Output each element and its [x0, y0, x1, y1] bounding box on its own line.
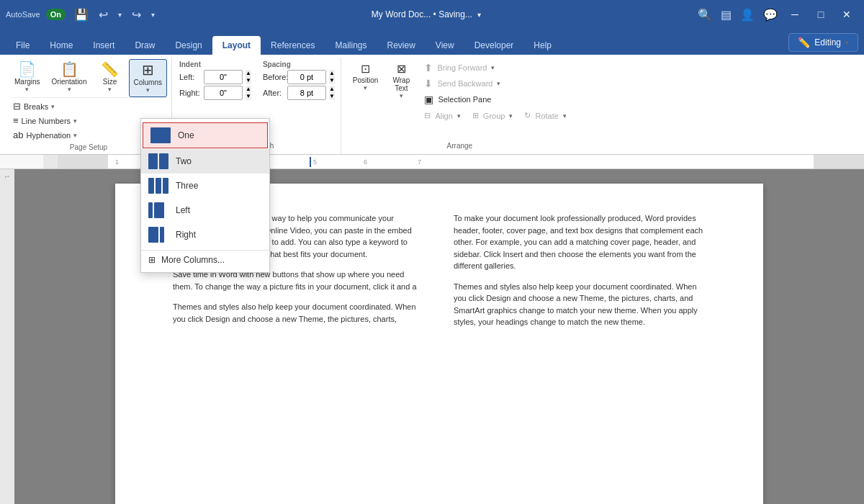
indent-right-input[interactable]: [204, 86, 243, 100]
orientation-label: Orientation: [52, 78, 87, 86]
autosave-label: AutoSave: [6, 10, 40, 19]
spacing-before-input[interactable]: [287, 70, 326, 84]
selection-pane-button[interactable]: ▣ Selection Pane: [420, 92, 570, 107]
spacing-after-up[interactable]: ▲: [329, 86, 335, 93]
tab-file[interactable]: File: [6, 36, 40, 55]
spacing-before-down[interactable]: ▼: [329, 77, 335, 84]
tab-design[interactable]: Design: [165, 36, 212, 55]
bring-forward-label: Bring Forward: [437, 63, 487, 72]
redo-icon[interactable]: ↪: [129, 6, 144, 23]
search-icon[interactable]: 🔍: [695, 6, 715, 23]
spacing-after-input[interactable]: [287, 86, 326, 100]
wrap-text-button[interactable]: ⊠ Wrap Text ▾: [385, 60, 417, 140]
undo-icon[interactable]: ↩: [96, 6, 111, 23]
columns-one-item[interactable]: One: [143, 122, 268, 148]
tab-draw[interactable]: Draw: [125, 36, 165, 55]
indent-left-spinner[interactable]: ▲ ▼: [246, 70, 251, 84]
indent-left-down[interactable]: ▼: [246, 77, 251, 84]
quick-access-icon[interactable]: ▾: [148, 9, 158, 20]
paragraph-4: Themes and styles also help keep your do…: [173, 301, 425, 325]
line-numbers-icon: ≡: [13, 115, 19, 126]
rotate-icon: ↻: [524, 111, 531, 120]
editing-label: Editing: [814, 37, 841, 48]
group-chevron-icon: ▾: [509, 112, 513, 120]
spacing-before-spinner[interactable]: ▲ ▼: [329, 70, 335, 84]
orientation-button[interactable]: 📋 Orientation ▾: [48, 59, 91, 96]
title-bar-left: AutoSave On 💾 ↩ ▾ ↪ ▾: [6, 6, 158, 23]
ribbon-tabs: File Home Insert Draw Design Layout Refe…: [0, 29, 864, 55]
tab-help[interactable]: Help: [523, 36, 562, 55]
undo-chevron-icon[interactable]: ▾: [115, 9, 125, 20]
share-icon[interactable]: 👤: [737, 6, 757, 23]
spacing-label: Spacing: [263, 60, 335, 68]
group-label: Group: [483, 112, 505, 120]
selection-pane-icon: ▣: [424, 94, 433, 105]
margins-chevron-icon: ▾: [25, 86, 29, 93]
size-chevron-icon: ▾: [108, 86, 112, 93]
columns-two-item[interactable]: Two: [141, 149, 269, 174]
margins-button[interactable]: 📄 Margins ▾: [10, 59, 45, 96]
position-chevron-icon: ▾: [364, 84, 367, 91]
send-backward-icon: ⬇: [424, 78, 433, 89]
more-columns-label: More Columns...: [161, 255, 225, 265]
line-numbers-chevron-icon: ▾: [73, 117, 77, 125]
breaks-button[interactable]: ⊟ Breaks ▾: [10, 99, 167, 113]
tab-view[interactable]: View: [426, 36, 464, 55]
minimize-button[interactable]: ─: [783, 4, 806, 24]
tab-review[interactable]: Review: [377, 36, 425, 55]
spacing-after-down[interactable]: ▼: [329, 93, 335, 100]
size-button[interactable]: 📏 Size ▾: [94, 59, 126, 96]
columns-two-label: Two: [176, 156, 192, 166]
ruler: 1 2 3 4 5 6 7: [0, 155, 864, 169]
align-button[interactable]: ⊟ Align ▾: [420, 109, 464, 122]
indent-right-up[interactable]: ▲: [246, 86, 251, 93]
spacing-before-up[interactable]: ▲: [329, 70, 335, 77]
position-button[interactable]: ⊡ Position ▾: [348, 60, 383, 140]
autosave-toggle[interactable]: On: [46, 9, 66, 20]
breaks-icon: ⊟: [13, 101, 21, 112]
bring-forward-icon: ⬆: [424, 62, 433, 73]
rotate-chevron-icon: ▾: [563, 112, 567, 120]
hyphenation-label: Hyphenation: [26, 131, 71, 140]
comments-icon[interactable]: 💬: [760, 6, 780, 23]
maximize-button[interactable]: □: [809, 4, 832, 24]
columns-dropdown: One Two Three Left: [140, 118, 270, 273]
tab-insert[interactable]: Insert: [83, 36, 125, 55]
columns-three-item[interactable]: Three: [141, 174, 269, 198]
spacing-after-spinner[interactable]: ▲ ▼: [329, 86, 335, 100]
send-backward-button[interactable]: ⬇ Send Backward ▾: [420, 76, 570, 91]
bring-forward-button[interactable]: ⬆ Bring Forward ▾: [420, 60, 570, 75]
indent-right-down[interactable]: ▼: [246, 93, 251, 100]
indent-right-spinner[interactable]: ▲ ▼: [246, 86, 251, 100]
editing-mode-button[interactable]: ✏️ Editing ▾: [788, 33, 858, 52]
tab-developer[interactable]: Developer: [464, 36, 524, 55]
position-label: Position: [353, 76, 379, 84]
margins-label: Margins: [14, 78, 40, 86]
editing-chevron-icon: ▾: [845, 39, 849, 46]
columns-left-item[interactable]: Left: [141, 198, 269, 222]
columns-left-icon: [148, 202, 168, 218]
columns-right-item[interactable]: Right: [141, 222, 269, 247]
more-columns-button[interactable]: ⊞ More Columns...: [141, 250, 269, 269]
arrange-row2: ⊟ Align ▾ ⊞ Group ▾ ↻ Rotate ▾: [420, 109, 570, 122]
rotate-button[interactable]: ↻ Rotate ▾: [520, 109, 570, 122]
tab-layout[interactable]: Layout: [212, 36, 261, 55]
close-button[interactable]: ✕: [835, 4, 858, 24]
columns-left-label: Left: [176, 205, 190, 215]
orientation-chevron-icon: ▾: [68, 86, 71, 93]
line-numbers-label: Line Numbers: [22, 117, 71, 125]
columns-button[interactable]: ⊞ Columns ▾: [129, 59, 167, 97]
title-chevron-icon[interactable]: ▾: [477, 11, 481, 19]
ribbon-display-icon[interactable]: ▤: [718, 6, 734, 23]
save-icon[interactable]: 💾: [71, 6, 91, 23]
columns-three-icon: [148, 178, 168, 194]
columns-one-label: One: [178, 130, 194, 140]
tab-mailings[interactable]: Mailings: [325, 36, 377, 55]
columns-two-icon: [148, 153, 168, 169]
group-button[interactable]: ⊞ Group ▾: [468, 109, 518, 122]
indent-left-up[interactable]: ▲: [246, 70, 251, 77]
size-label: Size: [103, 78, 117, 86]
tab-home[interactable]: Home: [40, 36, 83, 55]
tab-references[interactable]: References: [261, 36, 325, 55]
indent-left-input[interactable]: [204, 70, 243, 84]
